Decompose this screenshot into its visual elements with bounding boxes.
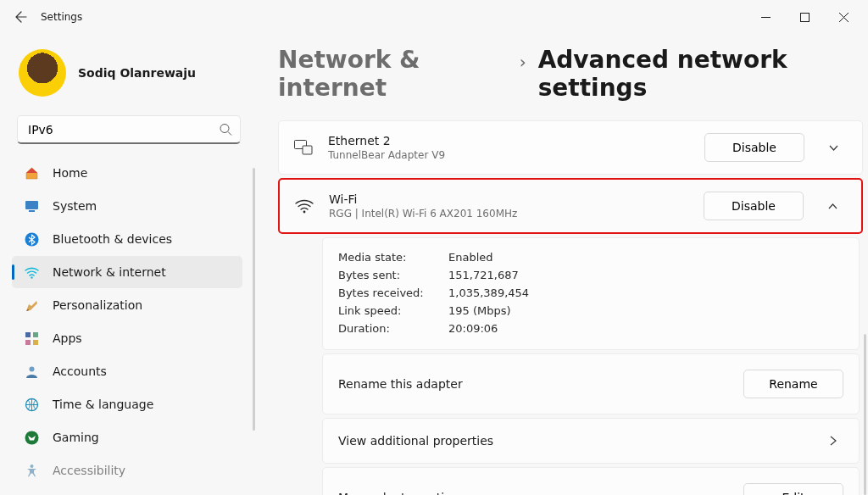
minimize-icon — [761, 13, 771, 22]
detail-key: Link speed: — [338, 304, 448, 317]
view-properties-row[interactable]: View additional properties — [322, 418, 860, 464]
sidebar-item-home[interactable]: Home — [12, 157, 242, 189]
detail-key: Media state: — [338, 251, 448, 264]
disable-button[interactable]: Disable — [704, 133, 804, 162]
apps-icon — [24, 331, 39, 346]
svg-point-16 — [303, 211, 306, 214]
detail-key: Bytes received: — [338, 286, 448, 299]
adapter-card-wifi: Wi-Fi RGG | Intel(R) Wi-Fi 6 AX201 160MH… — [278, 178, 863, 234]
svg-point-5 — [31, 276, 32, 278]
sidebar-item-personalization[interactable]: Personalization — [12, 289, 242, 321]
app-title: Settings — [41, 11, 82, 23]
svg-rect-7 — [33, 332, 38, 337]
bluetooth-icon — [24, 231, 39, 247]
svg-point-12 — [25, 431, 38, 444]
chevron-down-icon — [828, 142, 839, 153]
sidebar-item-apps[interactable]: Apps — [12, 322, 242, 354]
sidebar-item-label: Accessibility — [53, 464, 125, 477]
sidebar-item-label: Personalization — [53, 298, 142, 312]
detail-key: Duration: — [338, 322, 448, 335]
detail-value: 20:09:06 — [448, 322, 498, 335]
svg-rect-9 — [33, 340, 38, 345]
adapter-title: Wi-Fi — [329, 192, 688, 206]
adapter-subtitle: RGG | Intel(R) Wi-Fi 6 AX201 160MHz — [329, 208, 688, 220]
view-properties-label: View additional properties — [338, 434, 823, 448]
ethernet-icon — [294, 140, 313, 155]
more-options-label: More adapter options — [338, 491, 743, 495]
accounts-icon — [24, 364, 39, 379]
home-icon — [24, 165, 39, 181]
network-icon — [24, 264, 39, 280]
close-button[interactable] — [824, 0, 863, 34]
sidebar-item-label: System — [53, 199, 97, 213]
main-scrollbar[interactable] — [864, 334, 866, 495]
sidebar-item-label: Gaming — [53, 431, 99, 444]
sidebar-item-gaming[interactable]: Gaming — [12, 421, 242, 453]
nav-list: Home System Bluetooth & devices Network … — [7, 156, 251, 487]
search-input[interactable] — [17, 115, 241, 144]
detail-key: Bytes sent: — [338, 269, 448, 281]
svg-rect-8 — [25, 340, 31, 345]
detail-value: 1,035,389,454 — [448, 286, 529, 299]
gaming-icon — [24, 430, 39, 445]
user-name: Sodiq Olanrewaju — [78, 66, 196, 80]
sidebar-item-label: Home — [53, 166, 87, 180]
window-controls — [746, 0, 863, 34]
sidebar-item-label: Time & language — [53, 398, 153, 411]
svg-rect-3 — [29, 210, 35, 212]
system-icon — [24, 198, 39, 214]
disable-button[interactable]: Disable — [704, 192, 804, 220]
chevron-right-icon — [823, 435, 843, 447]
sidebar-item-label: Accounts — [53, 364, 107, 378]
arrow-left-icon — [14, 10, 28, 24]
wifi-details-section: Media state:Enabled Bytes sent:151,721,6… — [322, 237, 860, 495]
maximize-icon — [800, 13, 810, 22]
edit-button[interactable]: Edit — [743, 483, 843, 495]
titlebar: Settings — [0, 0, 868, 34]
close-icon — [839, 13, 849, 22]
adapter-details: Media state:Enabled Bytes sent:151,721,6… — [322, 237, 860, 350]
chevron-up-icon — [827, 201, 838, 212]
sidebar-item-label: Bluetooth & devices — [53, 232, 172, 246]
accessibility-icon — [24, 463, 39, 478]
adapter-subtitle: TunnelBear Adapter V9 — [328, 149, 689, 161]
sidebar: Sodiq Olanrewaju Home System Bluetooth &… — [0, 34, 254, 495]
svg-rect-15 — [303, 146, 312, 154]
page-title: Advanced network settings — [538, 46, 863, 102]
rename-button[interactable]: Rename — [743, 370, 843, 398]
svg-rect-0 — [800, 13, 809, 21]
rename-adapter-row: Rename this adapter Rename — [322, 353, 860, 414]
detail-value: 151,721,687 — [448, 269, 519, 281]
more-adapter-options-row: More adapter options Edit — [322, 467, 860, 495]
personalization-icon — [24, 298, 39, 313]
svg-point-13 — [30, 464, 33, 468]
sidebar-item-system[interactable]: System — [12, 190, 242, 222]
expand-button[interactable] — [820, 142, 847, 153]
rename-label: Rename this adapter — [338, 377, 743, 391]
sidebar-item-label: Apps — [53, 331, 82, 345]
adapter-card-ethernet: Ethernet 2 TunnelBear Adapter V9 Disable — [278, 120, 863, 175]
search-wrap — [17, 115, 241, 144]
sidebar-item-label: Network & internet — [53, 265, 166, 279]
detail-value: 195 (Mbps) — [448, 304, 511, 317]
back-button[interactable] — [5, 1, 37, 33]
wifi-icon — [295, 198, 314, 214]
minimize-button[interactable] — [746, 0, 785, 34]
breadcrumb: Network & internet › Advanced network se… — [278, 46, 863, 102]
sidebar-item-network[interactable]: Network & internet — [12, 256, 242, 288]
avatar — [19, 49, 66, 97]
sidebar-item-bluetooth[interactable]: Bluetooth & devices — [12, 223, 242, 255]
svg-point-10 — [29, 366, 34, 371]
detail-value: Enabled — [448, 251, 493, 264]
svg-rect-6 — [25, 332, 31, 337]
profile-section[interactable]: Sodiq Olanrewaju — [7, 34, 251, 115]
collapse-button[interactable] — [819, 201, 846, 212]
breadcrumb-parent[interactable]: Network & internet — [278, 46, 508, 102]
sidebar-item-accessibility[interactable]: Accessibility — [12, 454, 242, 487]
sidebar-item-time-language[interactable]: Time & language — [12, 388, 242, 420]
main-content: Network & internet › Advanced network se… — [254, 34, 868, 495]
maximize-button[interactable] — [785, 0, 824, 34]
svg-rect-2 — [25, 201, 38, 209]
chevron-right-icon: › — [520, 52, 526, 72]
sidebar-item-accounts[interactable]: Accounts — [12, 355, 242, 387]
